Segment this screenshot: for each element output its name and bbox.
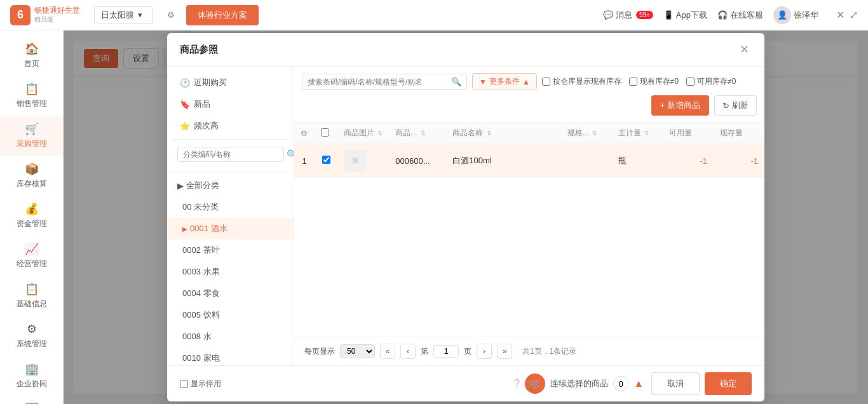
checkbox-usable[interactable]: [686, 77, 695, 86]
dialog-close-button[interactable]: ✕: [736, 42, 752, 57]
row-checkbox[interactable]: [322, 156, 330, 164]
sidebar-item-operation[interactable]: 📈 经营管理: [0, 236, 63, 276]
purchase-icon: 🛒: [25, 122, 39, 136]
sidebar-item-enterprise[interactable]: 🏢 企业协同: [0, 356, 63, 396]
row-name-cell: 白酒100ml: [446, 144, 561, 178]
headset-icon: 🎧: [717, 10, 728, 20]
sidebar-item-basic[interactable]: 📋 基础信息: [0, 276, 63, 316]
cat-item-0005[interactable]: 0005 饮料: [167, 304, 294, 326]
checkbox-usable-label[interactable]: 可用库存≠0: [686, 76, 736, 87]
confirm-button[interactable]: 确定: [705, 372, 752, 395]
row-checkbox-cell[interactable]: [315, 144, 337, 178]
filter-icon: ▼: [479, 77, 487, 86]
frequent-icon: ⭐: [180, 121, 190, 131]
show-disabled-checkbox[interactable]: [180, 380, 188, 388]
cat-item-0001[interactable]: ▶ 0001 酒水: [167, 218, 294, 239]
online-service-nav[interactable]: 🎧 在线客服: [717, 10, 763, 21]
sidebar-item-label: 首页: [24, 58, 39, 69]
last-page-button[interactable]: »: [497, 344, 512, 359]
logo: 6 畅捷通好生意 精品版: [10, 5, 86, 25]
th-code: 商品... ⇅: [389, 123, 446, 144]
more-filter-button[interactable]: ▼ 更多条件 ▲: [472, 73, 537, 90]
sidebar-item-home[interactable]: 🏠 首页: [0, 36, 63, 76]
window-close-icon[interactable]: ✕: [836, 9, 844, 21]
page-suffix-label: 页: [464, 346, 471, 357]
next-page-button[interactable]: ›: [477, 344, 492, 359]
category-tree: ▶ 全部分类 00 未分类 ▶ 0001 酒水 0002 茶: [167, 172, 294, 365]
filter-bar: 🔍 ▼ 更多条件 ▲ 按仓库显示现有库存: [294, 67, 764, 123]
continuous-label: 连续选择的商品: [550, 378, 608, 389]
checkbox-warehouse[interactable]: [542, 77, 550, 86]
app-download-nav[interactable]: 📱 App下载: [663, 10, 707, 21]
th-unit: 主计量 ⇅: [612, 123, 663, 144]
footer-right: 取消 确定: [651, 372, 752, 395]
cat-item-0004[interactable]: 0004 零食: [167, 283, 294, 304]
product-search-input[interactable]: [308, 77, 451, 86]
user-profile-nav[interactable]: 👤 徐泽华: [773, 6, 818, 24]
add-product-button[interactable]: + 新增商品: [651, 95, 709, 116]
table-row[interactable]: 1 图 000600...: [294, 144, 764, 178]
recent-buy-label: 近期购买: [194, 77, 227, 88]
home-icon: 🏠: [25, 42, 39, 56]
row-code-cell: 000600...: [389, 144, 446, 178]
messages-nav[interactable]: 💬 消息 99: [603, 10, 653, 21]
branch-selector[interactable]: 日太阳膜 ▾: [94, 6, 153, 24]
enterprise-icon: 🏢: [25, 362, 39, 376]
cat-item-0003[interactable]: 0003 水果: [167, 261, 294, 283]
new-items-item[interactable]: 🔖 新品: [172, 93, 288, 115]
cat-item-0008[interactable]: 0008 水: [167, 326, 294, 347]
per-page-select[interactable]: 50 10 20 100: [340, 344, 375, 358]
settings-icon[interactable]: ⚙: [161, 5, 181, 25]
category-search-icon[interactable]: 🔍: [287, 149, 294, 159]
sidebar-item-sales[interactable]: 📋 销售管理: [0, 76, 63, 116]
first-page-button[interactable]: «: [380, 344, 395, 359]
cart-icon[interactable]: 🛒: [525, 374, 545, 394]
product-table: ⚙ 商品图片 ⇅ 商品... ⇅: [294, 123, 764, 178]
show-disabled-label[interactable]: 显示停用: [180, 379, 221, 389]
cat-item-0002[interactable]: 0002 茶叶: [167, 239, 294, 261]
sidebar-item-label: 企业协同: [17, 379, 47, 389]
system-icon: ⚙: [27, 322, 37, 336]
cat-all[interactable]: ▶ 全部分类: [167, 175, 294, 196]
cat-item-0010[interactable]: 0010 家电: [167, 347, 294, 365]
th-checkbox: [315, 123, 337, 144]
product-search-icon[interactable]: 🔍: [451, 77, 461, 86]
collapse-icon[interactable]: ▲: [634, 378, 644, 389]
th-settings: ⚙: [294, 123, 315, 144]
sidebar-item-system[interactable]: ⚙ 系统管理: [0, 316, 63, 356]
inventory-icon: 📦: [25, 162, 39, 176]
checkbox-available[interactable]: [629, 77, 637, 86]
frequent-item[interactable]: ⭐ 频次高: [172, 115, 288, 137]
checkbox-available-label[interactable]: 现有库存≠0: [629, 76, 679, 87]
prev-page-button[interactable]: ‹: [400, 344, 416, 359]
filter-up-icon: ▲: [522, 77, 530, 86]
cat-item-00[interactable]: 00 未分类: [167, 196, 294, 218]
window-expand-icon[interactable]: ⤢: [850, 9, 858, 21]
table-header: ⚙ 商品图片 ⇅ 商品... ⇅: [294, 123, 764, 144]
frequent-label: 频次高: [194, 120, 219, 131]
cancel-button[interactable]: 取消: [651, 372, 700, 395]
sidebar-item-purchase[interactable]: 🛒 采购管理: [0, 116, 63, 156]
cart-badge-wrap: 🛒: [525, 374, 545, 394]
recent-buy-icon: 🕐: [180, 78, 190, 88]
sidebar-item-inventory[interactable]: 📦 库存核算: [0, 156, 63, 196]
sidebar-item-label: 系统管理: [17, 339, 47, 349]
recent-buy-item[interactable]: 🕐 近期购买: [172, 72, 288, 93]
sidebar-item-finance[interactable]: 💰 资金管理: [0, 196, 63, 236]
nav-right: 💬 消息 99 📱 App下载 🎧 在线客服 👤 徐泽华 ✕ ⤢: [603, 6, 858, 24]
page-prefix-label: 第: [421, 346, 428, 357]
checkbox-warehouse-label[interactable]: 按仓库显示现有库存: [542, 76, 621, 87]
sidebar-item-newbie[interactable]: 🆕 新手引导: [0, 396, 63, 404]
refresh-table-button[interactable]: ↻ 刷新: [714, 95, 757, 116]
category-search-input[interactable]: [177, 147, 284, 162]
footer-middle: ? 🛒 连续选择的商品 0 ▲: [514, 374, 644, 394]
help-icon[interactable]: ?: [514, 378, 520, 389]
select-all-checkbox[interactable]: [321, 128, 329, 137]
trial-button[interactable]: 体验行业方案: [186, 5, 259, 25]
page-number-input[interactable]: [433, 345, 459, 358]
sidebar-item-label: 经营管理: [17, 259, 47, 269]
new-items-icon: 🔖: [180, 100, 190, 109]
dialog-footer: 显示停用 ? 🛒 连续选择的商品 0 ▲ 取消 确定: [167, 365, 764, 401]
category-search-row: 🔍 《: [172, 142, 288, 166]
per-page-label: 每页显示: [304, 346, 335, 357]
